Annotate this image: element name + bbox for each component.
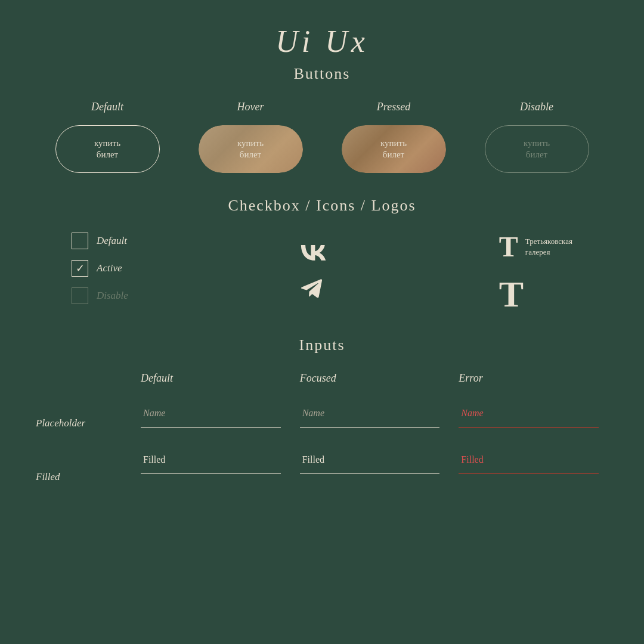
row-label-placeholder: Placeholder <box>36 408 131 438</box>
checkbox-checkmark: ✓ <box>76 263 85 274</box>
checkbox-box-disabled <box>72 287 88 304</box>
checkbox-default: Default <box>72 233 128 249</box>
checkbox-label-active: Active <box>97 262 122 274</box>
row-label-filled: Filled <box>36 462 131 492</box>
input-error-filled[interactable] <box>459 445 599 474</box>
logo-col: T Третьяковскаягалерея T <box>499 233 572 312</box>
btn-disable: купитьбилет <box>485 125 589 173</box>
checkbox-section: Default ✓ Active Disable <box>36 233 608 312</box>
btn-label-pressed: Pressed <box>334 101 453 113</box>
inputs-grid: Placeholder Filled <box>36 399 608 492</box>
logo-text: Третьяковскаягалерея <box>525 236 572 258</box>
page: Ui Ux Buttons Default Hover Pressed Disa… <box>0 0 644 644</box>
checkbox-active: ✓ Active <box>72 260 128 277</box>
btn-pressed[interactable]: купитьбилет <box>342 125 446 173</box>
input-col-label-default: Default <box>131 372 290 385</box>
btn-hover[interactable]: купитьбилет <box>199 125 303 173</box>
vk-icon[interactable] <box>301 244 327 263</box>
main-title: Ui Ux <box>275 24 369 59</box>
icons-col <box>301 233 327 312</box>
btn-hover-text: купитьбилет <box>237 138 264 161</box>
logo-t-only: T <box>499 275 572 312</box>
inputs-section: Default Focused Error Placeholder Filled <box>36 372 608 492</box>
inputs-title: Inputs <box>299 336 345 354</box>
buttons-title: Buttons <box>294 65 351 83</box>
spacer <box>36 372 131 385</box>
buttons-labels-row: Default Hover Pressed Disable <box>36 101 608 113</box>
checkbox-icons-row: Default ✓ Active Disable <box>36 233 608 312</box>
btn-label-disable: Disable <box>477 101 596 113</box>
checkbox-disabled: Disable <box>72 287 128 304</box>
input-col-label-focused: Focused <box>290 372 450 385</box>
input-col-focused <box>290 399 450 492</box>
row-labels: Placeholder Filled <box>36 399 131 492</box>
logo-t-letter: T <box>499 233 518 261</box>
buttons-row: купитьбилет купитьбилет купитьбилет купи… <box>36 125 608 173</box>
btn-pressed-text: купитьбилет <box>380 138 407 161</box>
input-col-error <box>449 399 608 492</box>
checkbox-col: Default ✓ Active Disable <box>72 233 128 312</box>
logo-t-big-letter: T <box>499 274 524 314</box>
btn-pressed-wrapper: купитьбилет <box>334 125 453 173</box>
btn-label-default: Default <box>48 101 167 113</box>
input-col-default <box>131 399 290 492</box>
btn-hover-wrapper: купитьбилет <box>191 125 310 173</box>
checkbox-box-active[interactable]: ✓ <box>72 260 88 277</box>
input-focused-filled[interactable] <box>300 445 440 474</box>
input-error-placeholder[interactable] <box>459 399 599 428</box>
input-col-label-error: Error <box>449 372 608 385</box>
input-default-filled[interactable] <box>141 445 281 474</box>
telegram-icon[interactable] <box>301 277 327 301</box>
logo-full: T Третьяковскаягалерея <box>499 233 572 261</box>
buttons-section: Default Hover Pressed Disable купитьбиле… <box>36 101 608 173</box>
checkbox-title: Checkbox / Icons / Logos <box>228 197 416 215</box>
btn-default-wrapper: купитьбилет <box>48 125 167 173</box>
btn-label-hover: Hover <box>191 101 310 113</box>
checkbox-box-default[interactable] <box>72 233 88 249</box>
btn-disable-wrapper: купитьбилет <box>477 125 596 173</box>
checkbox-label-disabled: Disable <box>97 290 128 302</box>
checkbox-label-default: Default <box>97 235 127 247</box>
input-focused-placeholder[interactable] <box>300 399 440 428</box>
input-default-placeholder[interactable] <box>141 399 281 428</box>
btn-default[interactable]: купитьбилет <box>55 125 160 173</box>
inputs-col-labels: Default Focused Error <box>36 372 608 399</box>
